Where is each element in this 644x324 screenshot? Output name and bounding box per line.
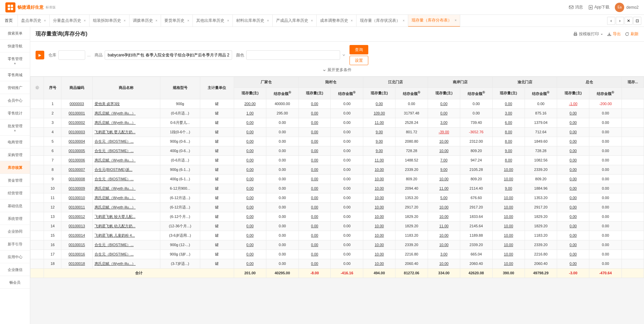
td-name[interactable]: 惠氏启赋（Wyeth illu...）: [92, 118, 160, 127]
td-code[interactable]: 0000003: [61, 99, 92, 108]
td-qty[interactable]: 0.00: [557, 127, 589, 137]
td-code[interactable]: 00100005: [61, 146, 92, 155]
td-name[interactable]: 合生元（BIOSTIME）...: [92, 146, 160, 155]
nav-close-all-btn[interactable]: ✕: [625, 17, 633, 25]
td-qty[interactable]: -39.00: [428, 127, 460, 137]
nav-tab[interactable]: 现存量（库存状况表）×: [357, 15, 409, 27]
nav-tab[interactable]: 其他出库单历史×: [193, 15, 233, 27]
td-qty[interactable]: 200.00: [234, 99, 266, 108]
goods-input[interactable]: [105, 50, 232, 60]
td-qty[interactable]: 0.00: [234, 174, 266, 184]
td-qty[interactable]: 0.00: [234, 221, 266, 231]
sidebar-item[interactable]: 企业微信: [0, 263, 30, 276]
td-code[interactable]: 00100006: [61, 155, 92, 165]
td-qty[interactable]: 0.00: [557, 155, 589, 165]
td-qty[interactable]: 109.00: [363, 108, 395, 118]
td-qty[interactable]: -1.00: [557, 99, 589, 108]
close-tab-icon[interactable]: ×: [187, 19, 189, 22]
td-qty[interactable]: 0.00: [299, 118, 331, 127]
query-btn[interactable]: 查询: [350, 45, 368, 54]
td-qty[interactable]: 0.00: [299, 108, 331, 118]
td-qty[interactable]: 10.00: [428, 137, 460, 146]
td-qty[interactable]: 10.00: [363, 193, 395, 202]
td-code[interactable]: 00100001: [61, 108, 92, 118]
td-qty[interactable]: 0.00: [299, 165, 331, 174]
close-tab-icon[interactable]: ×: [84, 19, 86, 22]
close-tab-icon[interactable]: ×: [227, 19, 229, 22]
td-qty[interactable]: 0.00: [557, 137, 589, 146]
td-qty[interactable]: 0.00: [299, 99, 331, 108]
td-qty[interactable]: 0.00: [428, 108, 460, 118]
td-qty[interactable]: 3.00: [428, 249, 460, 259]
td-qty[interactable]: 0.00: [299, 137, 331, 146]
sidebar-item[interactable]: 基础信息: [0, 199, 30, 212]
close-tab-icon[interactable]: ×: [454, 18, 457, 22]
th-settings[interactable]: [31, 77, 44, 99]
td-qty[interactable]: 0.00: [234, 118, 266, 127]
td-code[interactable]: 00100011: [61, 202, 92, 212]
td-name[interactable]: 惠氏启赋（Wyeth illu...）: [92, 193, 160, 202]
td-qty[interactable]: 10.00: [492, 249, 525, 259]
sidebar-item[interactable]: 应用中心: [0, 250, 30, 263]
warehouse-input[interactable]: [58, 50, 85, 60]
td-qty[interactable]: 0.00: [299, 240, 331, 249]
td-qty[interactable]: 11.00: [363, 118, 395, 127]
user-info[interactable]: Ea demo2: [615, 3, 639, 12]
sidebar-item[interactable]: 企业协同: [0, 225, 30, 238]
td-qty[interactable]: 7.00: [428, 155, 460, 165]
td-qty[interactable]: 0.00: [492, 99, 525, 108]
nav-tab[interactable]: 材料出库单历史×: [233, 15, 273, 27]
td-qty[interactable]: 10.00: [428, 202, 460, 212]
td-name[interactable]: 飞鹤星飞帆 儿童奶粉 4...: [92, 231, 160, 240]
td-qty[interactable]: 6.00: [492, 118, 525, 127]
td-code[interactable]: 00100016: [61, 249, 92, 259]
td-code[interactable]: 00100013: [61, 221, 92, 231]
td-qty[interactable]: 10.00: [363, 259, 395, 268]
td-code[interactable]: 00100002: [61, 118, 92, 127]
nav-tab[interactable]: 产成品入库单历史×: [273, 15, 317, 27]
close-tab-icon[interactable]: ×: [351, 19, 353, 22]
td-qty[interactable]: 0.00: [557, 146, 589, 155]
td-qty[interactable]: 10.00: [492, 259, 525, 268]
print-btn[interactable]: 按模板打印: [573, 31, 603, 37]
sidebar-item[interactable]: 畅会员: [0, 276, 30, 289]
sidebar-item[interactable]: 快捷导航: [0, 40, 30, 52]
td-qty[interactable]: 0.00: [557, 249, 589, 259]
td-name[interactable]: 惠氏启赋（Wyeth illu...）: [92, 184, 160, 193]
td-name[interactable]: 飞鹤星飞帆 婴儿配方奶...: [92, 127, 160, 137]
td-qty[interactable]: 0.00: [299, 202, 331, 212]
td-qty[interactable]: 0.00: [234, 146, 266, 155]
td-qty[interactable]: 11.00: [428, 184, 460, 193]
td-name[interactable]: 飞鹤星飞帆 较大婴儿配...: [92, 212, 160, 221]
export-btn[interactable]: 导出: [607, 31, 621, 37]
td-qty[interactable]: 0.00: [299, 249, 331, 259]
td-code[interactable]: 00100014: [61, 231, 92, 240]
close-tab-icon[interactable]: ×: [311, 19, 313, 22]
sidebar-item[interactable]: 营销推广: [0, 81, 30, 94]
td-qty[interactable]: 0.00: [557, 221, 589, 231]
td-qty[interactable]: 10.00: [492, 193, 525, 202]
td-qty[interactable]: 0.00: [234, 137, 266, 146]
td-qty[interactable]: 0.00: [299, 146, 331, 155]
message-btn[interactable]: 消息: [569, 4, 583, 10]
td-code[interactable]: 00100007: [61, 165, 92, 174]
td-name[interactable]: 合生元(BIOSTIME)派...: [92, 165, 160, 174]
td-qty[interactable]: 5.00: [428, 193, 460, 202]
close-tab-icon[interactable]: ×: [156, 19, 158, 22]
td-qty[interactable]: 10.00: [492, 240, 525, 249]
sidebar-item[interactable]: 经营管理: [0, 187, 30, 199]
close-tab-icon[interactable]: ×: [403, 19, 405, 22]
td-qty[interactable]: 0.00: [428, 99, 460, 108]
td-qty[interactable]: 10.00: [428, 259, 460, 268]
td-name[interactable]: 飞鹤星飞帆 幼儿配方奶...: [92, 221, 160, 231]
td-name[interactable]: 惠氏启赋（Wyeth illu...）: [92, 108, 160, 118]
td-name[interactable]: 惠氏启赋（Wyeth illu...）: [92, 259, 160, 268]
sidebar-item[interactable]: 零售统计: [0, 107, 30, 120]
td-name[interactable]: 惠氏启赋（Wyeth illu...）: [92, 202, 160, 212]
td-qty[interactable]: 0.00: [234, 193, 266, 202]
td-qty[interactable]: 0.00: [299, 212, 331, 221]
sidebar-item[interactable]: 搜索英单: [0, 27, 30, 40]
nav-tab[interactable]: 组装拆卸单历史×: [90, 15, 129, 27]
sidebar-item[interactable]: 会员中心: [0, 94, 30, 107]
nav-tab[interactable]: 现存量（库存分布表）×: [408, 15, 460, 27]
